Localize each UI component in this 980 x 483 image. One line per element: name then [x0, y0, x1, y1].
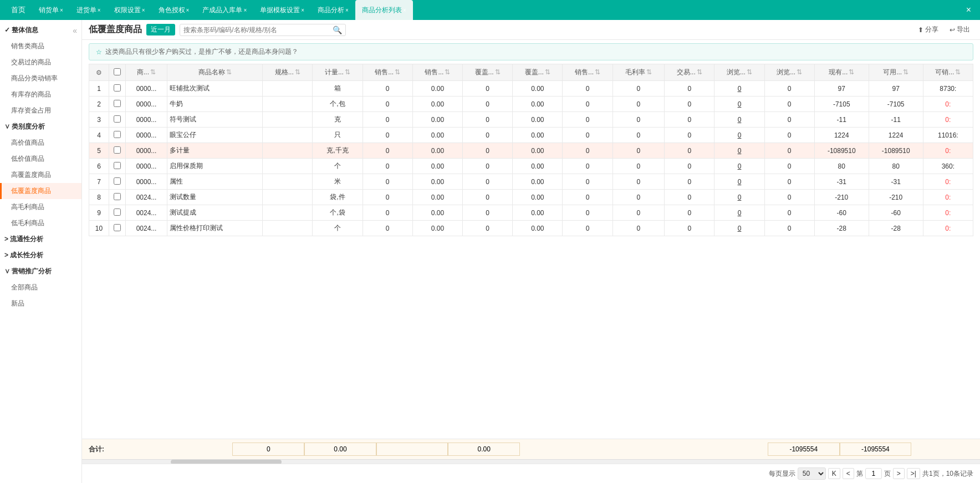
nav-close-purchase[interactable]: × — [98, 7, 101, 13]
col-stock2[interactable]: 可用...⇅ — [869, 64, 923, 81]
col-stock1[interactable]: 现有...⇅ — [814, 64, 869, 81]
cell-checkbox[interactable] — [109, 128, 126, 143]
nav-close-analysis[interactable]: × — [345, 7, 349, 13]
cell-checkbox[interactable] — [109, 143, 126, 159]
cell-browse1[interactable]: 0 — [714, 96, 764, 112]
sidebar-item-high-margin[interactable]: 高毛利商品 — [0, 199, 81, 215]
cell-checkbox[interactable] — [109, 190, 126, 205]
col-name[interactable]: 商品名称⇅ — [167, 64, 262, 81]
col-spec[interactable]: 规格...⇅ — [263, 64, 313, 81]
search-input[interactable] — [183, 26, 333, 34]
cell-browse1[interactable]: 0 — [714, 190, 764, 205]
col-unit[interactable]: 计量...⇅ — [313, 64, 363, 81]
row-checkbox[interactable] — [114, 100, 121, 107]
cell-browse1[interactable]: 0 — [714, 159, 764, 174]
cell-checkbox[interactable] — [109, 205, 126, 221]
sidebar-group-marketing[interactable]: ∨ 营销推广分析 — [0, 263, 81, 279]
next-page-btn[interactable]: > — [893, 468, 905, 479]
cell-checkbox[interactable] — [109, 96, 126, 112]
nav-roles[interactable]: 角色授权 × — [152, 0, 196, 20]
sidebar-item-traded-goods[interactable]: 交易过的商品 — [0, 54, 81, 70]
sidebar-item-high-value[interactable]: 高价值商品 — [0, 135, 81, 151]
cell-checkbox[interactable] — [109, 159, 126, 174]
nav-close-products[interactable]: × — [243, 7, 247, 13]
nav-close-sales[interactable]: × — [60, 7, 63, 13]
export-button[interactable]: ↩ 导出 — [946, 23, 973, 36]
nav-analysis-list[interactable]: 商品分析列表 × — [355, 0, 413, 20]
sidebar-group-liquidity[interactable]: > 流通性分析 — [0, 231, 81, 247]
prev-page-btn[interactable]: < — [843, 468, 854, 479]
table-wrapper[interactable]: ⚙ 商...⇅ 商品名称⇅ 规格...⇅ 计量...⇅ 销售...⇅ 销售...… — [82, 64, 980, 439]
per-page-select[interactable]: 50 100 200 — [798, 467, 826, 480]
horizontal-scrollbar[interactable] — [82, 459, 980, 464]
col-browse2[interactable]: 浏览...⇅ — [764, 64, 814, 81]
col-browse1[interactable]: 浏览...⇅ — [714, 64, 764, 81]
row-checkbox[interactable] — [114, 131, 121, 138]
nav-close-analysis-list[interactable]: × — [403, 7, 406, 13]
cell-checkbox[interactable] — [109, 174, 126, 190]
cell-spec — [263, 221, 313, 236]
nav-close-templates[interactable]: × — [301, 7, 304, 13]
sidebar-item-stock-capital[interactable]: 库存资金占用 — [0, 103, 81, 119]
nav-products[interactable]: 产成品入库单 × — [196, 0, 253, 20]
sidebar-group-category[interactable]: ∨ 类别度分析 — [0, 119, 81, 135]
sidebar-item-low-value[interactable]: 低价值商品 — [0, 151, 81, 167]
first-page-btn[interactable]: K — [828, 468, 840, 479]
window-close-button[interactable]: × — [962, 5, 976, 15]
nav-close-roles[interactable]: × — [186, 7, 190, 13]
col-cover2[interactable]: 覆盖...⇅ — [513, 64, 563, 81]
share-button[interactable]: ⬆ 分享 — [915, 23, 942, 36]
cell-checkbox[interactable] — [109, 112, 126, 128]
row-checkbox[interactable] — [114, 193, 121, 200]
sidebar-item-category-rate[interactable]: 商品分类动销率 — [0, 70, 81, 87]
col-sales3[interactable]: 销售...⇅ — [563, 64, 612, 81]
cell-browse1[interactable]: 0 — [714, 143, 764, 159]
col-cover1[interactable]: 覆盖...⇅ — [463, 64, 513, 81]
page-number-input[interactable] — [865, 468, 882, 479]
col-sales-qty[interactable]: 销售...⇅ — [363, 64, 412, 81]
nav-close-permissions[interactable]: × — [142, 7, 145, 13]
sidebar-item-stocked-goods[interactable]: 有库存的商品 — [0, 87, 81, 103]
col-trade[interactable]: 交易...⇅ — [665, 64, 714, 81]
time-filter-btn[interactable]: 近一月 — [146, 24, 175, 35]
col-settings[interactable]: ⚙ — [89, 64, 109, 81]
col-code[interactable]: 商...⇅ — [126, 64, 167, 81]
settings-icon[interactable]: ⚙ — [96, 69, 102, 77]
cell-browse1[interactable]: 0 — [714, 128, 764, 143]
row-checkbox[interactable] — [114, 162, 121, 169]
cell-browse1[interactable]: 0 — [714, 174, 764, 190]
nav-templates[interactable]: 单据模板设置 × — [253, 0, 311, 20]
col-sales-amt[interactable]: 销售...⇅ — [412, 64, 462, 81]
sidebar-item-high-coverage[interactable]: 高覆盖度商品 — [0, 167, 81, 183]
sidebar-group-growth[interactable]: > 成长性分析 — [0, 247, 81, 263]
col-stock3[interactable]: 可销...⇅ — [923, 64, 973, 81]
nav-sales[interactable]: 销货单 × — [32, 0, 70, 20]
cell-browse1[interactable]: 0 — [714, 112, 764, 128]
cell-browse1[interactable]: 0 — [714, 81, 764, 96]
row-checkbox[interactable] — [114, 209, 121, 216]
cell-browse1[interactable]: 0 — [714, 205, 764, 221]
sidebar-group-overall-title[interactable]: ✓ 整体信息 — [4, 26, 38, 35]
row-checkbox[interactable] — [114, 115, 121, 123]
nav-analysis[interactable]: 商品分析 × — [311, 0, 355, 20]
row-checkbox[interactable] — [114, 84, 121, 91]
sidebar-item-low-margin[interactable]: 低毛利商品 — [0, 215, 81, 231]
nav-purchase[interactable]: 进货单 × — [70, 0, 108, 20]
nav-permissions[interactable]: 权限设置 × — [108, 0, 152, 20]
sidebar-item-sales-goods[interactable]: 销售类商品 — [0, 38, 81, 54]
last-page-btn[interactable]: >| — [907, 468, 920, 479]
sidebar-collapse-btn[interactable]: « — [73, 26, 77, 35]
cell-browse1[interactable]: 0 — [714, 221, 764, 236]
row-checkbox[interactable] — [114, 224, 121, 231]
sidebar-item-low-coverage[interactable]: 低覆盖度商品 — [0, 183, 81, 199]
cell-checkbox[interactable] — [109, 81, 126, 96]
nav-home[interactable]: 首页 — [4, 0, 32, 20]
sidebar-item-new-goods[interactable]: 新品 — [0, 296, 81, 312]
col-gross[interactable]: 毛利率⇅ — [612, 64, 664, 81]
cell-checkbox[interactable] — [109, 221, 126, 236]
row-checkbox[interactable] — [114, 177, 121, 185]
select-all-checkbox[interactable] — [114, 68, 121, 75]
sidebar-item-all-goods[interactable]: 全部商品 — [0, 279, 81, 296]
row-checkbox[interactable] — [114, 146, 121, 154]
search-icon[interactable]: 🔍 — [333, 26, 342, 34]
